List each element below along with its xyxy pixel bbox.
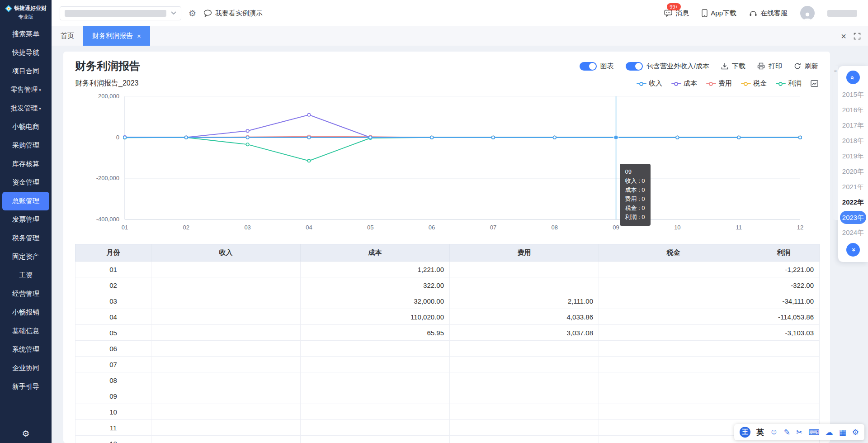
cloud-icon[interactable]: ☁ bbox=[826, 428, 833, 437]
chart[interactable]: 200,0000-200,000-400,0000102030405060708… bbox=[63, 88, 830, 238]
table-row[interactable]: 06 bbox=[75, 341, 820, 357]
user-bust-icon bbox=[802, 11, 812, 20]
chevrons-down-icon: « bbox=[849, 248, 857, 251]
save-image-icon[interactable] bbox=[811, 80, 818, 87]
sidebar-item-库存核算[interactable]: 库存核算 bbox=[2, 155, 49, 173]
sidebar-item-搜索菜单[interactable]: 搜索菜单 bbox=[2, 25, 49, 43]
year-2020年[interactable]: 2020年 bbox=[840, 164, 866, 179]
sidebar-item-工资[interactable]: 工资 bbox=[2, 266, 49, 285]
chart-toggle-group: 图表 bbox=[580, 62, 614, 71]
include-nonop-toggle[interactable] bbox=[626, 62, 643, 71]
sidebar-item-企业协同[interactable]: 企业协同 bbox=[2, 359, 49, 377]
year-2023年[interactable]: 2023年 bbox=[840, 211, 866, 224]
messages-button[interactable]: 99+ 消息 bbox=[664, 9, 689, 18]
chevron-down-icon: ▾ bbox=[39, 106, 41, 111]
svg-text:10: 10 bbox=[674, 224, 680, 231]
sidebar-item-资金管理[interactable]: 资金管理 bbox=[2, 173, 49, 192]
table-row[interactable]: 09 bbox=[75, 388, 820, 404]
print-button[interactable]: 打印 bbox=[757, 62, 782, 71]
sidebar-item-采购管理[interactable]: 采购管理 bbox=[2, 136, 49, 155]
scroll-down-button[interactable]: « bbox=[846, 243, 860, 257]
download-label: 下载 bbox=[732, 62, 745, 71]
sidebar-item-基础信息[interactable]: 基础信息 bbox=[2, 322, 49, 340]
skin-icon[interactable]: ▦ bbox=[839, 428, 846, 437]
table-row[interactable]: 011,221.00-1,221.00 bbox=[75, 262, 820, 277]
ime-language-mode[interactable]: 英 bbox=[756, 427, 764, 438]
year-2017年[interactable]: 2017年 bbox=[840, 118, 866, 133]
legend-marker-icon bbox=[637, 81, 646, 86]
sidebar-item-零售管理[interactable]: 零售管理▾ bbox=[2, 81, 49, 99]
table-row[interactable]: 02322.00-322.00 bbox=[75, 277, 820, 293]
close-icon[interactable]: × bbox=[841, 32, 846, 41]
close-tab-icon[interactable]: × bbox=[137, 32, 141, 40]
sidebar-item-项目合同[interactable]: 项目合同 bbox=[2, 62, 49, 81]
table-row[interactable]: 0565.953,037.08-3,103.03 bbox=[75, 325, 820, 341]
ime-logo[interactable]: 王 bbox=[740, 427, 750, 438]
fullscreen-icon[interactable] bbox=[854, 33, 861, 40]
scroll-up-button[interactable]: « bbox=[846, 71, 860, 84]
year-2019年[interactable]: 2019年 bbox=[840, 148, 866, 164]
settings-gear-icon[interactable]: ⚙ bbox=[189, 8, 196, 19]
refresh-label: 刷新 bbox=[805, 62, 818, 71]
sidebar-nav: 搜索菜单快捷导航项目合同零售管理▾批发管理▾小畅电商采购管理库存核算资金管理总账… bbox=[0, 23, 52, 424]
demo-link[interactable]: 我要看实例演示 bbox=[203, 9, 263, 18]
avatar[interactable] bbox=[800, 6, 815, 20]
table-row[interactable]: 11 bbox=[75, 420, 820, 436]
sidebar-item-快捷导航[interactable]: 快捷导航 bbox=[2, 43, 49, 62]
keyboard-icon[interactable]: ⌨ bbox=[808, 428, 820, 437]
headset-icon bbox=[749, 10, 757, 17]
year-2021年[interactable]: 2021年 bbox=[840, 179, 866, 195]
column-header-利润: 利润 bbox=[748, 244, 820, 262]
year-2024年[interactable]: 2024年 bbox=[840, 225, 866, 240]
legend-费用[interactable]: 费用 bbox=[706, 79, 732, 88]
table-row[interactable]: 12 bbox=[75, 436, 820, 443]
table-row[interactable]: 04110,020.004,033.86-114,053.86 bbox=[75, 309, 820, 325]
include-nonop-toggle-group: 包含营业外收入/成本 bbox=[626, 62, 709, 71]
legend-成本[interactable]: 成本 bbox=[671, 79, 697, 88]
tab-财务利润报告[interactable]: 财务利润报告× bbox=[83, 26, 150, 46]
settings-icon[interactable]: ⚙ bbox=[852, 428, 859, 437]
collapse-handle[interactable]: » bbox=[833, 66, 838, 220]
sidebar-item-小畅电商[interactable]: 小畅电商 bbox=[2, 118, 49, 136]
sidebar-item-批发管理[interactable]: 批发管理▾ bbox=[2, 99, 49, 118]
table-row[interactable]: 08 bbox=[75, 372, 820, 388]
sidebar-item-新手引导[interactable]: 新手引导 bbox=[2, 377, 49, 396]
tab-首页[interactable]: 首页 bbox=[52, 26, 83, 46]
year-2015年[interactable]: 2015年 bbox=[840, 87, 866, 102]
include-nonop-label: 包含营业外收入/成本 bbox=[646, 62, 709, 71]
sidebar-item-发票管理[interactable]: 发票管理 bbox=[2, 210, 49, 229]
legend-税金[interactable]: 税金 bbox=[741, 79, 767, 88]
table-row[interactable]: 10 bbox=[75, 404, 820, 420]
org-select[interactable] bbox=[60, 6, 181, 20]
scissors-icon[interactable]: ✂ bbox=[796, 428, 802, 437]
table-row[interactable]: 0332,000.002,111.00-34,111.00 bbox=[75, 293, 820, 309]
sidebar-item-小畅报销[interactable]: 小畅报销 bbox=[2, 303, 49, 322]
chevron-down-icon bbox=[171, 11, 176, 15]
app-download-button[interactable]: App下载 bbox=[702, 9, 736, 18]
emoji-icon[interactable]: ☺ bbox=[770, 428, 778, 437]
sidebar-item-总账管理[interactable]: 总账管理 bbox=[2, 192, 49, 210]
sidebar-item-税务管理[interactable]: 税务管理 bbox=[2, 229, 49, 248]
chevrons-up-icon: « bbox=[849, 76, 857, 79]
download-icon bbox=[721, 62, 728, 70]
chart-toggle[interactable] bbox=[580, 62, 597, 71]
legend-marker-icon bbox=[741, 81, 751, 86]
column-header-收入: 收入 bbox=[151, 244, 301, 262]
ime-toolbar: 王 英 ☺✎✂⌨☁▦⚙ bbox=[734, 424, 864, 440]
sidebar-item-系统管理[interactable]: 系统管理 bbox=[2, 340, 49, 359]
pen-icon[interactable]: ✎ bbox=[784, 428, 790, 437]
year-2016年[interactable]: 2016年 bbox=[840, 102, 866, 118]
download-button[interactable]: 下载 bbox=[721, 62, 745, 71]
sidebar-item-经营管理[interactable]: 经营管理 bbox=[2, 285, 49, 303]
sidebar-item-固定资产[interactable]: 固定资产 bbox=[2, 248, 49, 266]
legend-利润[interactable]: 利润 bbox=[776, 79, 802, 88]
page-title: 财务利润报告 bbox=[75, 59, 140, 73]
year-2022年[interactable]: 2022年 bbox=[840, 195, 866, 210]
support-button[interactable]: 在线客服 bbox=[749, 9, 788, 18]
legend-收入[interactable]: 收入 bbox=[637, 79, 662, 88]
brand-name: 畅捷通好业财 bbox=[14, 5, 47, 12]
sidebar-settings-icon[interactable]: ⚙ bbox=[0, 424, 52, 443]
table-row[interactable]: 07 bbox=[75, 357, 820, 372]
refresh-button[interactable]: 刷新 bbox=[794, 62, 818, 71]
year-2018年[interactable]: 2018年 bbox=[840, 133, 866, 148]
